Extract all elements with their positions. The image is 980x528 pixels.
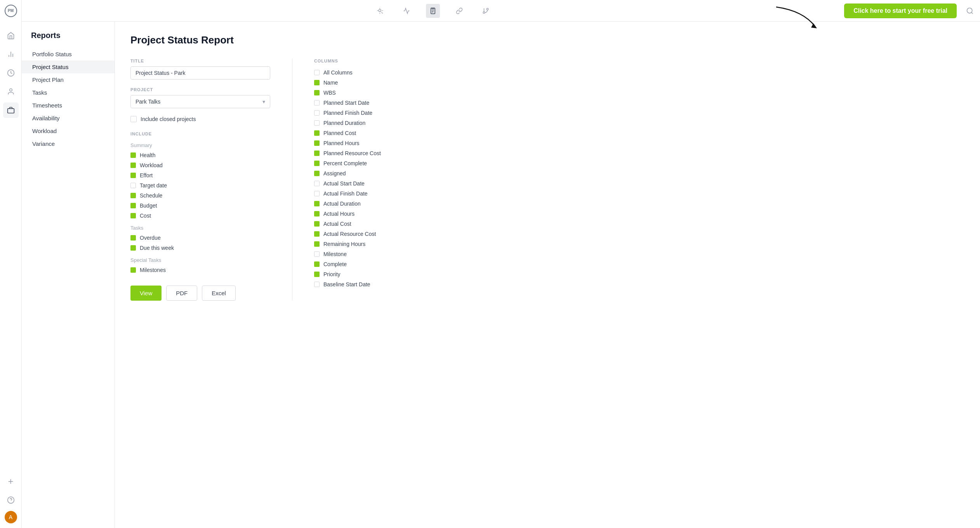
- view-button[interactable]: View: [130, 286, 162, 301]
- assigned-checkbox[interactable]: [314, 171, 320, 176]
- schedule-checkbox[interactable]: [130, 193, 136, 198]
- baseline-start-date-checkbox[interactable]: [314, 282, 320, 287]
- actual-finish-date-checkbox[interactable]: [314, 191, 320, 196]
- svg-point-10: [483, 12, 485, 14]
- workload-checkbox[interactable]: [130, 163, 136, 168]
- complete-checkbox[interactable]: [314, 261, 320, 267]
- all-columns-checkbox[interactable]: [314, 70, 320, 75]
- actual-cost-checkbox[interactable]: [314, 221, 320, 227]
- planned-hours-checkbox[interactable]: [314, 140, 320, 146]
- overdue-checkbox[interactable]: [130, 235, 136, 241]
- priority-checkbox[interactable]: [314, 272, 320, 277]
- project-select[interactable]: Park Talks ▾: [130, 95, 270, 108]
- pdf-button[interactable]: PDF: [166, 286, 197, 301]
- include-milestones: Milestones: [130, 267, 270, 273]
- svg-rect-16: [7, 109, 14, 113]
- col-wbs: WBS: [314, 90, 964, 96]
- sidebar-item-project-plan[interactable]: Project Plan: [22, 73, 115, 86]
- summary-group-label: Summary: [130, 142, 270, 148]
- include-closed-label: Include closed projects: [141, 116, 196, 122]
- form-container: TITLE PROJECT Park Talks ▾ Include close…: [130, 59, 964, 301]
- all-columns-item: All Columns: [314, 69, 964, 76]
- col-actual-hours: Actual Hours: [314, 211, 964, 217]
- topbar: PM Click here to start your free trial: [0, 0, 980, 22]
- excel-button[interactable]: Excel: [202, 286, 236, 301]
- col-baseline-start-date: Baseline Start Date: [314, 281, 964, 287]
- health-checkbox[interactable]: [130, 152, 136, 158]
- wave-icon[interactable]: [400, 4, 414, 18]
- percent-complete-checkbox[interactable]: [314, 161, 320, 166]
- search-icon[interactable]: [963, 4, 977, 18]
- col-planned-duration: Planned Duration: [314, 120, 964, 126]
- project-value: Park Talks: [136, 99, 160, 105]
- columns-header: COLUMNS: [314, 59, 964, 63]
- sidebar-briefcase-icon[interactable]: [3, 102, 19, 118]
- planned-duration-checkbox[interactable]: [314, 120, 320, 126]
- col-planned-resource-cost: Planned Resource Cost: [314, 150, 964, 156]
- planned-start-date-checkbox[interactable]: [314, 100, 320, 106]
- sidebar-item-workload[interactable]: Workload: [22, 125, 115, 137]
- logo-circle: PM: [5, 5, 17, 17]
- remaining-hours-checkbox[interactable]: [314, 241, 320, 247]
- actual-resource-cost-checkbox[interactable]: [314, 231, 320, 237]
- target-date-checkbox[interactable]: [130, 183, 136, 188]
- include-workload: Workload: [130, 162, 270, 168]
- include-section: INCLUDE Summary Health Workload Effort T…: [130, 132, 270, 273]
- sidebar-item-availability[interactable]: Availability: [22, 112, 115, 125]
- link-icon[interactable]: [452, 4, 466, 18]
- planned-resource-cost-checkbox[interactable]: [314, 151, 320, 156]
- actual-hours-checkbox[interactable]: [314, 211, 320, 216]
- sidebar-clock-icon[interactable]: [3, 65, 19, 81]
- sidebar-item-portfolio-status[interactable]: Portfolio Status: [22, 48, 115, 61]
- sidebar-user-icon[interactable]: [3, 84, 19, 99]
- actual-start-date-checkbox[interactable]: [314, 181, 320, 186]
- sidebar-item-tasks[interactable]: Tasks: [22, 86, 115, 99]
- topbar-icons: [22, 4, 844, 18]
- col-remaining-hours: Remaining Hours: [314, 241, 964, 247]
- tasks-group-label: Tasks: [130, 225, 270, 231]
- svg-point-0: [379, 9, 381, 12]
- sidebar-item-timesheets[interactable]: Timesheets: [22, 99, 115, 112]
- planned-cost-checkbox[interactable]: [314, 130, 320, 136]
- clipboard-icon[interactable]: [426, 4, 440, 18]
- planned-finish-date-checkbox[interactable]: [314, 110, 320, 116]
- milestone-checkbox[interactable]: [314, 251, 320, 257]
- include-closed-checkbox[interactable]: [130, 116, 137, 122]
- include-schedule: Schedule: [130, 192, 270, 199]
- special-tasks-group-label: Special Tasks: [130, 257, 270, 263]
- svg-point-11: [967, 8, 972, 13]
- sidebar-add-icon[interactable]: +: [3, 474, 19, 489]
- include-overdue: Overdue: [130, 235, 270, 241]
- svg-point-9: [487, 8, 488, 10]
- title-input[interactable]: [130, 66, 270, 80]
- milestones-checkbox[interactable]: [130, 267, 136, 273]
- user-avatar[interactable]: A: [5, 511, 17, 523]
- icon-sidebar: + A: [0, 22, 22, 528]
- sidebar-item-variance[interactable]: Variance: [22, 137, 115, 150]
- col-actual-duration: Actual Duration: [314, 201, 964, 207]
- due-this-week-checkbox[interactable]: [130, 245, 136, 251]
- sidebar-help-icon[interactable]: [3, 492, 19, 508]
- col-planned-hours: Planned Hours: [314, 140, 964, 146]
- sidebar-item-project-status[interactable]: Project Status: [22, 61, 115, 73]
- actual-duration-checkbox[interactable]: [314, 201, 320, 206]
- grid-icon[interactable]: [373, 4, 387, 18]
- effort-checkbox[interactable]: [130, 173, 136, 178]
- sidebar-home-icon[interactable]: [3, 28, 19, 43]
- name-checkbox[interactable]: [314, 80, 320, 85]
- include-closed-row: Include closed projects: [130, 116, 270, 122]
- budget-checkbox[interactable]: [130, 203, 136, 208]
- cost-checkbox[interactable]: [130, 213, 136, 218]
- branch-icon[interactable]: [479, 4, 493, 18]
- col-priority: Priority: [314, 271, 964, 277]
- logo[interactable]: PM: [0, 0, 22, 22]
- include-target-date: Target date: [130, 182, 270, 189]
- col-actual-cost: Actual Cost: [314, 221, 964, 227]
- divider: [292, 59, 292, 301]
- sidebar-activity-icon[interactable]: [3, 47, 19, 62]
- col-assigned: Assigned: [314, 170, 964, 177]
- wbs-checkbox[interactable]: [314, 90, 320, 95]
- col-name: Name: [314, 80, 964, 86]
- free-trial-button[interactable]: Click here to start your free trial: [844, 3, 957, 18]
- include-budget: Budget: [130, 203, 270, 209]
